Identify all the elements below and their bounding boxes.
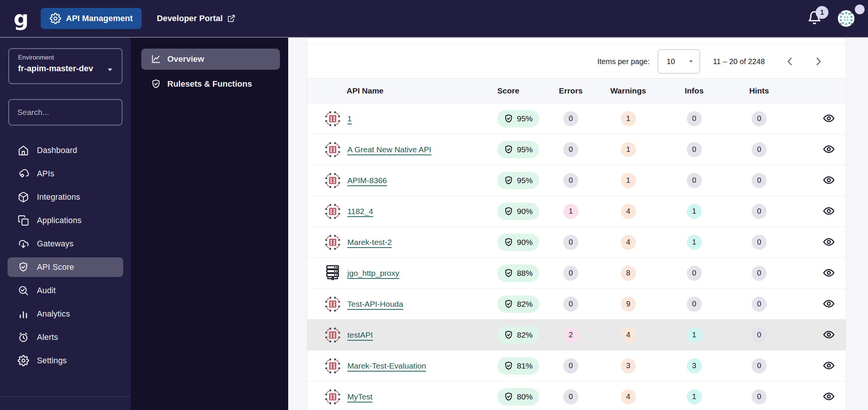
presence-dot [855, 5, 865, 14]
view-api-button[interactable] [822, 205, 835, 218]
sidebar-item-apis[interactable]: APIs [8, 164, 123, 184]
table-row: 1182_4 90% 1 4 1 0 [307, 196, 846, 227]
view-api-button[interactable] [822, 267, 835, 280]
api-name-link[interactable]: jgo_http_proxy [347, 269, 399, 278]
api-name-link[interactable]: A Great New Native API [347, 145, 431, 154]
previous-page-button[interactable] [784, 56, 796, 67]
api-management-label: API Management [66, 14, 133, 23]
table-row: jgo_http_proxy 88% 0 8 0 0 [307, 258, 846, 289]
box-icon [18, 191, 29, 203]
api-name-cell: testAPI [324, 326, 486, 344]
chevron-right-icon [813, 56, 824, 67]
sidebar-item-integrations[interactable]: Integrations [8, 187, 123, 207]
items-per-page-select[interactable]: 10 [658, 49, 700, 73]
view-api-button[interactable] [822, 360, 835, 372]
view-api-button[interactable] [822, 174, 835, 187]
gear-icon [18, 355, 29, 366]
api-name-link[interactable]: Marek-test-2 [347, 238, 392, 247]
table-row: MyTest 80% 0 4 1 0 [307, 381, 846, 410]
api-management-button[interactable]: API Management [41, 8, 142, 29]
next-page-button[interactable] [813, 56, 824, 67]
gear-icon [50, 13, 61, 24]
score-badge: 95% [497, 110, 539, 127]
table-row: Marek-test-2 90% 0 4 1 0 [307, 227, 846, 258]
errors-badge: 2 [563, 327, 578, 343]
eye-icon [823, 236, 835, 248]
eye-icon [823, 360, 835, 372]
sidebar-item-analytics[interactable]: Analytics [8, 304, 123, 324]
eye-icon [823, 143, 835, 155]
score-value: 90% [517, 207, 533, 216]
sidebar-item-dashboard[interactable]: Dashboard [8, 141, 123, 160]
sidebar-item-alerts[interactable]: Alerts [8, 327, 123, 347]
shield-check-icon [504, 330, 513, 340]
api-name-link[interactable]: testAPI [347, 330, 373, 340]
developer-portal-label: Developer Portal [157, 14, 223, 23]
api-name-link[interactable]: 1182_4 [347, 207, 373, 216]
errors-badge: 0 [563, 297, 578, 312]
view-api-button[interactable] [822, 390, 835, 403]
api-name-link[interactable]: Marek-Test-Evaluation [347, 361, 426, 370]
view-api-button[interactable] [822, 143, 835, 156]
api-name-link[interactable]: MyTest [347, 392, 373, 401]
score-value: 88% [517, 269, 533, 278]
infos-badge: 0 [687, 266, 702, 281]
warnings-badge: 4 [621, 204, 636, 219]
avatar[interactable] [837, 10, 855, 27]
api-name-link[interactable]: Test-API-Houda [347, 300, 403, 309]
score-value: 82% [517, 300, 533, 309]
table-row: 1 95% 0 1 0 0 [307, 103, 846, 134]
sidebar-item-label: Dashboard [37, 146, 77, 155]
hints-badge: 0 [752, 358, 767, 373]
warnings-badge: 1 [621, 111, 636, 126]
infos-badge: 1 [687, 204, 702, 219]
topbar-right: 1 [807, 10, 868, 27]
api-name-link[interactable]: 1 [347, 114, 352, 123]
api-name-cell: Test-API-Houda [324, 295, 486, 313]
api-name-cell: 1 [324, 110, 486, 127]
items-per-page-label: Items per page: [598, 57, 650, 66]
shield-icon [151, 79, 161, 89]
gravitee-logo[interactable]: g [14, 9, 32, 28]
infos-badge: 0 [687, 111, 702, 126]
sidebar-item-gateways[interactable]: Gateways [8, 234, 123, 254]
sidebar-item-applications[interactable]: Applications [8, 211, 123, 230]
view-api-button[interactable] [822, 112, 835, 125]
score-value: 95% [517, 114, 533, 123]
warnings-badge: 1 [621, 142, 636, 157]
hints-badge: 0 [752, 297, 767, 312]
score-cell: 82% [486, 326, 546, 344]
api-name-link[interactable]: APIM-8366 [347, 176, 387, 185]
api-name-cell: MyTest [324, 388, 486, 405]
sidebar-item-audit[interactable]: Audit [8, 281, 123, 300]
environment-select[interactable]: Environment fr-apim-master-dev [8, 48, 122, 84]
subnav-item-rulesets-functions[interactable]: Rulesets & Functions [141, 73, 280, 95]
notification-count-badge: 1 [816, 6, 828, 19]
warnings-badge: 4 [621, 235, 636, 250]
infos-badge: 3 [687, 358, 702, 373]
score-value: 90% [517, 238, 533, 247]
infos-badge: 0 [687, 173, 702, 188]
score-value: 82% [517, 330, 533, 340]
notifications-button[interactable]: 1 [807, 11, 822, 26]
developer-portal-link[interactable]: Developer Portal [157, 14, 235, 23]
score-badge: 88% [497, 265, 539, 282]
errors-badge: 0 [563, 389, 578, 404]
card-top-divider [307, 38, 846, 45]
infos-badge: 1 [687, 327, 702, 343]
score-cell: 90% [486, 234, 546, 251]
sidebar-item-api-score[interactable]: API Score [8, 257, 123, 277]
view-api-button[interactable] [822, 298, 835, 311]
view-api-button[interactable] [822, 329, 835, 341]
errors-badge: 1 [563, 204, 578, 219]
home-icon [18, 145, 29, 156]
sidebar-item-label: APIs [37, 169, 54, 179]
view-api-button[interactable] [822, 236, 835, 249]
search-input[interactable] [17, 108, 119, 117]
api-name-cell: A Great New Native API [324, 141, 486, 158]
score-cell: 95% [486, 110, 546, 127]
sidebar-item-label: API Score [37, 263, 74, 272]
subnav-item-overview[interactable]: Overview [141, 49, 280, 70]
secondary-sidebar: Overview Rulesets & Functions [131, 38, 288, 410]
sidebar-item-settings[interactable]: Settings [8, 351, 123, 370]
